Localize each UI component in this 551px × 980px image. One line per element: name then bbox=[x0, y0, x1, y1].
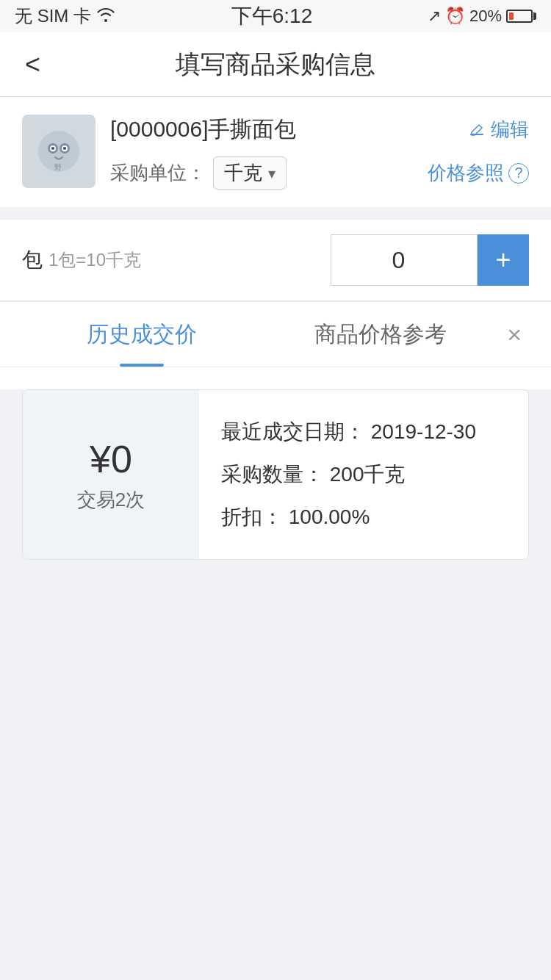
sim-label: 无 SIM 卡 bbox=[15, 4, 91, 28]
back-button[interactable]: < bbox=[18, 42, 48, 87]
currency-symbol: ¥ bbox=[90, 438, 111, 480]
product-card: 野 [0000006]手撕面包 编辑 采购单位： 千克 bbox=[0, 97, 551, 207]
quantity-conversion-label: 1包=10千克 bbox=[48, 248, 331, 272]
price-ref-help-icon: ? bbox=[508, 163, 529, 184]
tab-active-indicator bbox=[120, 364, 164, 367]
location-icon: ↗ bbox=[428, 7, 441, 26]
unit-value: 千克 bbox=[224, 160, 262, 186]
tab-price-reference[interactable]: 商品价格参考 bbox=[261, 302, 500, 367]
battery-percent: 20% bbox=[469, 7, 502, 26]
tabs-header: 历史成交价 商品价格参考 × bbox=[0, 302, 551, 367]
tab-history-price[interactable]: 历史成交价 bbox=[22, 302, 261, 367]
price-number: 0 bbox=[111, 438, 132, 480]
product-thumbnail: 野 bbox=[22, 115, 96, 188]
discount-label: 折扣： bbox=[221, 505, 283, 528]
quantity-input[interactable] bbox=[331, 234, 478, 286]
svg-point-5 bbox=[51, 147, 54, 150]
quantity-input-group: + bbox=[331, 234, 529, 286]
latest-date-label: 最近成交日期： bbox=[221, 420, 365, 443]
quantity-unit-label: 包 bbox=[22, 246, 43, 274]
battery-icon bbox=[506, 10, 536, 23]
alarm-icon: ⏰ bbox=[445, 7, 465, 26]
unit-row: 采购单位： 千克 ▾ 价格参照 ? bbox=[110, 156, 529, 190]
history-price-value: ¥0 bbox=[90, 437, 132, 481]
product-info: [0000006]手撕面包 编辑 采购单位： 千克 ▾ bbox=[110, 115, 529, 190]
discount-value: 100.00% bbox=[289, 505, 370, 528]
purchase-qty-row: 采购数量： 200千克 bbox=[221, 459, 506, 490]
product-full-name: [0000006]手撕面包 bbox=[110, 115, 296, 145]
tabs-container: 历史成交价 商品价格参考 × ¥0 交易2次 最近成交日期： 2019-12-3… bbox=[0, 300, 551, 830]
product-header: 野 [0000006]手撕面包 编辑 采购单位： 千克 bbox=[22, 115, 529, 190]
quantity-row: 包 1包=10千克 + bbox=[0, 219, 551, 300]
edit-button[interactable]: 编辑 bbox=[469, 117, 529, 143]
wifi-icon bbox=[96, 6, 116, 26]
tabs-close-button[interactable]: × bbox=[500, 313, 529, 356]
latest-date-value: 2019-12-30 bbox=[371, 420, 476, 443]
product-name-row: [0000006]手撕面包 编辑 bbox=[110, 115, 529, 145]
history-trades-count: 交易2次 bbox=[77, 487, 145, 513]
history-price-details: 最近成交日期： 2019-12-30 采购数量： 200千克 折扣： 100.0… bbox=[199, 390, 528, 559]
discount-row: 折扣： 100.00% bbox=[221, 502, 506, 533]
price-reference-button[interactable]: 价格参照 ? bbox=[428, 160, 529, 186]
svg-text:野: 野 bbox=[54, 163, 62, 171]
status-bar: 无 SIM 卡 下午6:12 ↗ ⏰ 20% bbox=[0, 0, 551, 32]
unit-label: 采购单位： bbox=[110, 160, 206, 186]
nav-bar: < 填写商品采购信息 bbox=[0, 32, 551, 97]
status-right: ↗ ⏰ 20% bbox=[428, 7, 536, 26]
status-time: 下午6:12 bbox=[231, 2, 313, 30]
quantity-plus-button[interactable]: + bbox=[478, 234, 529, 286]
dropdown-arrow-icon: ▾ bbox=[268, 165, 276, 182]
history-price-summary: ¥0 交易2次 bbox=[23, 390, 199, 559]
purchase-qty-label: 采购数量： bbox=[221, 463, 324, 486]
status-left: 无 SIM 卡 bbox=[15, 4, 116, 28]
latest-date-row: 最近成交日期： 2019-12-30 bbox=[221, 417, 506, 447]
history-price-card: ¥0 交易2次 最近成交日期： 2019-12-30 采购数量： 200千克 折… bbox=[22, 389, 529, 560]
tab-content-area: ¥0 交易2次 最近成交日期： 2019-12-30 采购数量： 200千克 折… bbox=[0, 389, 551, 830]
unit-select-dropdown[interactable]: 千克 ▾ bbox=[213, 156, 287, 190]
purchase-qty-value: 200千克 bbox=[330, 463, 406, 486]
svg-point-6 bbox=[63, 147, 66, 150]
page-title: 填写商品采购信息 bbox=[176, 48, 375, 82]
